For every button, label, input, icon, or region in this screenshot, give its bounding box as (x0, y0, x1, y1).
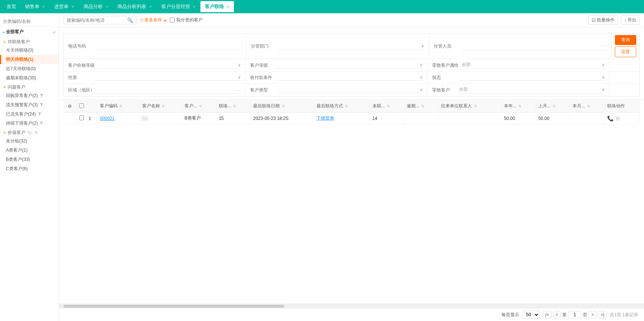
select-all-checkbox[interactable] (79, 103, 84, 108)
sort-icon-this-month[interactable]: ⇅ (587, 104, 590, 108)
my-customers-checkbox[interactable] (170, 18, 175, 23)
action-grid-icon[interactable]: ⊞ (616, 115, 620, 121)
close-tab-purchase-icon[interactable]: × (71, 4, 74, 9)
close-tab-analysis-list-icon[interactable]: × (149, 4, 151, 9)
value-group-refresh-icon[interactable]: ↻ (28, 130, 32, 136)
close-tab-customer-contact-icon[interactable]: × (227, 4, 229, 9)
col-last-type[interactable]: 最后联络方式 ⇅ (314, 100, 370, 113)
sort-icon-overdue[interactable]: ⇅ (421, 104, 424, 108)
nav-tab-analysis-list[interactable]: 商品分析列表 × (113, 1, 156, 12)
toolbar-search-icon[interactable]: 🔍 (127, 17, 133, 23)
sort-icon-last-type[interactable]: ⇅ (345, 104, 348, 108)
sidebar-group-value[interactable]: ▼ 价值客户 ↻ ✎ (0, 128, 59, 137)
sort-icon-type[interactable]: ⇅ (199, 104, 202, 108)
sort-icon-unit[interactable]: ⇅ (474, 104, 477, 108)
sidebar-item-today[interactable]: 今天待联络(0) (0, 46, 59, 55)
sidebar-search-input[interactable] (3, 19, 58, 24)
sort-icon-code[interactable]: ⇅ (119, 104, 122, 108)
sidebar-item-class-b[interactable]: B类客户(33) (0, 155, 59, 164)
sidebar-item-declining[interactable]: 持续下滑客户(2) ？ (0, 119, 59, 128)
filter-dept-value[interactable]: ∨ (278, 43, 424, 49)
sort-icon-not-contacted[interactable]: ⇅ (387, 104, 390, 108)
row-checkbox[interactable] (77, 113, 86, 124)
filter-status-value[interactable]: ∨ (459, 75, 605, 81)
nav-home[interactable]: 首页 (3, 1, 20, 12)
col-type[interactable]: 客户... ⇅ (182, 100, 216, 113)
sidebar-item-ungroup[interactable]: 未分组(32) (0, 137, 59, 146)
filter-region-value[interactable]: ··· (98, 87, 241, 94)
sort-icon-date[interactable]: ⇅ (282, 104, 285, 108)
col-contacts[interactable]: 联络... ⇅ (216, 100, 251, 113)
row-last-type[interactable]: 下销货单 (314, 113, 370, 124)
filter-phone-value[interactable] (95, 43, 242, 49)
col-this-month[interactable]: 本月... ⇅ (570, 100, 605, 113)
query-btn[interactable]: 查询 (615, 35, 636, 45)
chevron-down-icon-price: ∨ (238, 62, 241, 68)
sidebar-item-overdue[interactable]: 逾期未联络(30) (0, 73, 59, 83)
sidebar-collapse-btn[interactable]: « (53, 30, 56, 35)
dots-icon-region[interactable]: ··· (237, 87, 241, 93)
filter-price-level-value[interactable]: ∨ (98, 62, 241, 69)
close-tab-customer-tier-icon[interactable]: × (193, 4, 195, 9)
nav-tab-customer-tier[interactable]: 客户分层经营 × (157, 1, 200, 12)
row-code[interactable]: 000021 (97, 113, 140, 124)
col-code[interactable]: 客户编码 ⇅ (97, 100, 140, 113)
sidebar-item-class-a[interactable]: A类客户(1) (0, 146, 59, 155)
close-tab-sales-icon[interactable]: × (42, 4, 45, 9)
scroll-thumb[interactable] (63, 305, 284, 308)
sidebar-item-7days[interactable]: 近7天待联络(0) (0, 64, 59, 73)
filter-retail-customer-value[interactable]: 全部 ∨ (459, 86, 605, 94)
filter-customer-level-value[interactable]: ∨ (277, 62, 423, 69)
sidebar-item-churned[interactable]: 已流失客户(24) ？ (0, 110, 59, 119)
filter-retail-attr-value[interactable]: 全部 ∨ (462, 62, 605, 69)
chevron-down-icon-type: ∨ (420, 87, 423, 92)
filter-manager-value[interactable]: ··· (461, 43, 607, 50)
filter-phone-input[interactable] (95, 43, 242, 48)
row-name[interactable]: Ea (140, 113, 182, 124)
prev-page-btn[interactable]: < (553, 311, 561, 318)
nav-tab-analysis[interactable]: 商品分析 × (79, 1, 112, 12)
my-customers-checkbox-label[interactable]: 我分管的客户 (170, 17, 203, 23)
col-not-contacted[interactable]: 未联... ⇅ (370, 100, 404, 113)
sidebar-item-class-c[interactable]: C类客户(6) (0, 164, 59, 173)
page-input[interactable] (568, 311, 581, 318)
sidebar-group-pending[interactable]: ▼ 待联络客户 (0, 37, 59, 46)
filter-payment-value[interactable]: ∨ (277, 75, 423, 81)
col-checkbox[interactable] (77, 100, 86, 113)
col-last-month[interactable]: 上月... ⇅ (536, 100, 570, 113)
sidebar-item-churn-warning[interactable]: 流失预警客户(3) ？ (0, 100, 59, 110)
nav-tab-sales[interactable]: 销售单 × (21, 1, 49, 12)
col-gear[interactable]: ⚙ (63, 100, 77, 113)
sort-icon-year[interactable]: ⇅ (518, 104, 521, 108)
filter-more-btn[interactable]: ▽ 更多条件 ▲ (140, 17, 167, 23)
nav-tab-purchase[interactable]: 进货单 × (50, 1, 78, 12)
export-btn[interactable]: ↑ 导出 (621, 15, 640, 25)
sidebar-group-problem[interactable]: ▼ 问题客户 (0, 83, 59, 91)
dots-icon-manager[interactable]: ··· (603, 43, 607, 49)
row-select-checkbox[interactable] (79, 115, 84, 120)
per-page-select[interactable]: 50 (522, 311, 540, 319)
sort-icon-name[interactable]: ⇅ (162, 104, 165, 108)
next-page-btn[interactable]: > (589, 311, 596, 318)
action-phone-icon[interactable]: 📞 (607, 115, 613, 121)
close-tab-analysis-icon[interactable]: × (106, 4, 108, 9)
toolbar-search-input[interactable] (67, 18, 126, 23)
nav-tab-customer-contact[interactable]: 客户联络 × (200, 1, 234, 12)
value-group-edit-icon[interactable]: ✎ (34, 130, 38, 135)
col-overdue[interactable]: 逾期... ⇅ (405, 100, 439, 113)
last-page-btn[interactable]: >| (598, 311, 607, 318)
first-page-btn[interactable]: |< (543, 311, 552, 318)
sidebar-all-customers-title[interactable]: 全部客户 (3, 29, 24, 35)
col-this-year[interactable]: 本年... ⇅ (501, 100, 536, 113)
col-last-date[interactable]: 最后联络日期 ⇅ (251, 100, 314, 113)
col-name[interactable]: 客户名称 ⇅ (140, 100, 182, 113)
sidebar-item-repurchase-anomaly[interactable]: 回购异常客户(2) ？ (0, 91, 59, 100)
col-unit-contacts[interactable]: 往来单位联系人 ⇅ (439, 100, 502, 113)
sort-icon-contacts[interactable]: ⇅ (233, 104, 236, 108)
set-btn[interactable]: 设置 (615, 46, 636, 57)
batch-operation-btn[interactable]: ☑ 批量操作 (588, 15, 618, 25)
filter-nature-value[interactable]: ∨ (95, 75, 241, 81)
filter-customer-type-value[interactable]: ∨ (277, 87, 423, 93)
sort-icon-last-month[interactable]: ⇅ (553, 104, 556, 108)
sidebar-item-tomorrow[interactable]: 明天待联络(1) (0, 55, 59, 64)
